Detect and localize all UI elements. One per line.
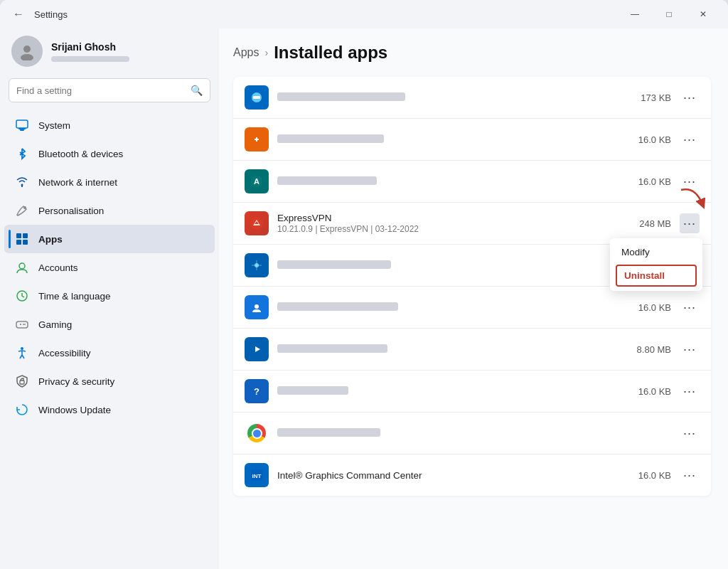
svg-text:?: ?: [254, 386, 259, 397]
app-more-button[interactable]: ···: [680, 87, 700, 107]
sidebar-item-update[interactable]: Windows Update: [4, 395, 215, 424]
app-icon: [245, 253, 269, 277]
user-profile: Srijani Ghosh: [0, 28, 219, 78]
app-name-blurred: [277, 428, 380, 437]
app-more-button[interactable]: ···: [680, 171, 700, 191]
breadcrumb[interactable]: Apps: [233, 46, 259, 59]
sidebar-label-accessibility: Accessibility: [38, 348, 91, 358]
uninstall-menu-item[interactable]: Uninstall: [616, 265, 697, 287]
app-name: ExpressVPN: [277, 213, 613, 223]
app-more-button[interactable]: ···: [680, 129, 700, 149]
app-icon: ?: [245, 379, 269, 403]
app-name-wrap: [277, 427, 613, 439]
sidebar-item-personalisation[interactable]: Personalisation: [4, 196, 215, 225]
app-more-button[interactable]: ···: [680, 423, 700, 443]
sidebar-item-accounts[interactable]: Accounts: [4, 253, 215, 282]
user-sub: [51, 56, 129, 62]
table-row: 16.0 KB ···: [233, 119, 711, 161]
search-input[interactable]: [16, 85, 191, 96]
window-title: Settings: [34, 9, 619, 20]
svg-rect-19: [253, 96, 260, 99]
app-name-blurred: [277, 176, 377, 185]
time-icon: [14, 288, 30, 304]
svg-point-27: [255, 304, 259, 309]
app-size: 16.0 KB: [621, 386, 671, 397]
svg-point-0: [23, 46, 31, 53]
avatar: [11, 36, 43, 67]
app-name-wrap: [277, 385, 613, 397]
sidebar-label-update: Windows Update: [38, 405, 111, 415]
app-size: 16.0 KB: [621, 470, 671, 481]
page-header: Apps › Installed apps: [233, 43, 711, 63]
titlebar: ← Settings — □ ✕: [0, 0, 728, 28]
minimize-button[interactable]: —: [619, 3, 651, 26]
svg-point-14: [23, 324, 24, 325]
svg-text:A: A: [254, 177, 259, 186]
sidebar-item-accessibility[interactable]: Accessibility: [4, 339, 215, 367]
sidebar-item-bluetooth[interactable]: Bluetooth & devices: [4, 139, 215, 168]
sidebar-label-apps: Apps: [38, 234, 63, 245]
network-icon: [14, 174, 30, 190]
sidebar-item-time[interactable]: Time & language: [4, 282, 215, 310]
gaming-icon: [14, 317, 30, 332]
app-name-blurred: [277, 92, 405, 101]
sidebar-item-gaming[interactable]: Gaming: [4, 310, 215, 339]
maximize-button[interactable]: □: [653, 3, 685, 26]
apps-icon: [14, 231, 30, 247]
search-icon: 🔍: [191, 85, 203, 96]
svg-text:INT: INT: [252, 473, 262, 479]
content-area: Srijani Ghosh 🔍 System Bluetooth & de: [0, 28, 728, 569]
sidebar-label-gaming: Gaming: [38, 319, 72, 330]
app-more-button[interactable]: ···: [680, 381, 700, 401]
app-name: Intel® Graphics Command Center: [277, 470, 613, 481]
app-name-wrap: [277, 302, 613, 313]
app-size: 16.0 KB: [621, 134, 671, 145]
sidebar: Srijani Ghosh 🔍 System Bluetooth & de: [0, 28, 219, 569]
app-name-blurred: [277, 302, 398, 311]
app-name-wrap: [277, 344, 613, 355]
back-button[interactable]: ←: [9, 4, 28, 24]
app-size: 248 MB: [621, 218, 671, 229]
app-more-button[interactable]: ···: [680, 213, 700, 233]
svg-rect-4: [18, 128, 26, 129]
svg-rect-7: [16, 233, 21, 238]
app-icon: [245, 337, 269, 361]
user-info: Srijani Ghosh: [51, 41, 129, 62]
app-icon: INT: [245, 463, 269, 487]
svg-rect-10: [23, 240, 28, 245]
modify-menu-item[interactable]: Modify: [610, 241, 702, 263]
svg-point-11: [19, 263, 25, 269]
app-icon: [245, 211, 269, 235]
app-more-button[interactable]: ···: [680, 465, 700, 485]
app-size: 16.0 KB: [621, 302, 671, 313]
app-more-button[interactable]: ···: [680, 297, 700, 317]
app-more-button[interactable]: ···: [680, 339, 700, 359]
app-name-blurred: [277, 344, 387, 353]
page-title: Installed apps: [274, 43, 387, 63]
table-row: A 16.0 KB ···: [233, 161, 711, 203]
accounts-icon: [14, 260, 30, 275]
sidebar-item-privacy[interactable]: Privacy & security: [4, 367, 215, 395]
context-menu: Modify Uninstall: [610, 238, 702, 291]
table-row: 16.0 KB ···: [233, 287, 711, 329]
app-icon: [245, 85, 269, 110]
svg-point-5: [21, 184, 23, 186]
app-sub: 10.21.0.9 | ExpressVPN | 03-12-2022: [277, 224, 613, 234]
app-name-blurred: [277, 260, 391, 269]
app-icon: A: [245, 169, 269, 193]
accessibility-icon: [14, 345, 30, 361]
user-name: Srijani Ghosh: [51, 41, 129, 53]
app-name-wrap: Intel® Graphics Command Center: [277, 470, 613, 481]
app-icon: [245, 127, 269, 151]
app-icon: [245, 295, 269, 319]
sidebar-item-system[interactable]: System: [4, 111, 215, 139]
sidebar-item-network[interactable]: Network & internet: [4, 168, 215, 196]
app-name-wrap: [277, 134, 613, 145]
svg-rect-2: [16, 120, 28, 128]
sidebar-label-privacy: Privacy & security: [38, 376, 114, 387]
update-icon: [14, 402, 30, 418]
search-box[interactable]: 🔍: [9, 78, 210, 102]
sidebar-item-apps[interactable]: Apps: [4, 225, 215, 253]
app-name-wrap: [277, 176, 613, 187]
close-button[interactable]: ✕: [687, 3, 719, 26]
